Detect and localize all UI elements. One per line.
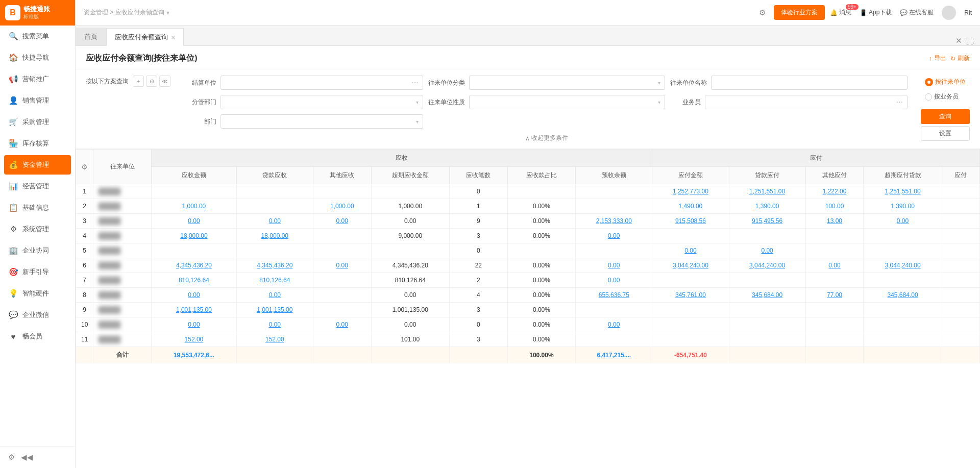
ar-amount[interactable]: 0.00: [152, 288, 237, 303]
settings-footer-icon[interactable]: ⚙: [8, 453, 15, 462]
ap-amount[interactable]: [652, 303, 729, 317]
ar-prepay[interactable]: 655,636.75: [576, 288, 652, 303]
ap-loan[interactable]: 0.00: [729, 243, 805, 258]
add-scheme-btn[interactable]: +: [133, 76, 144, 87]
ap-amount[interactable]: [652, 273, 729, 288]
ap-other[interactable]: [805, 243, 864, 258]
query-btn[interactable]: 查询: [921, 109, 970, 124]
ap-amount[interactable]: [652, 332, 729, 347]
ap-loan[interactable]: [729, 229, 805, 243]
ar-loan[interactable]: 0.00: [236, 317, 313, 332]
ar-loan[interactable]: 1,001,135.00: [236, 303, 313, 317]
partner-name-input[interactable]: [711, 76, 908, 90]
ap-amount[interactable]: 345,761.00: [652, 288, 729, 303]
ap-amount[interactable]: 3,044,240.00: [652, 258, 729, 273]
sidebar-item-search-menu[interactable]: 🔍 搜索菜单: [0, 26, 75, 47]
ap-overdue[interactable]: [864, 317, 942, 332]
ar-loan[interactable]: 152.00: [236, 332, 313, 347]
ar-prepay[interactable]: [576, 184, 652, 199]
ar-amount[interactable]: 0.00: [152, 214, 237, 229]
export-btn[interactable]: ↑ 导出: [929, 54, 946, 63]
ar-prepay[interactable]: 0.00: [576, 258, 652, 273]
collapse-conditions-btn[interactable]: ∧ 收起更多条件: [525, 134, 568, 142]
ar-prepay[interactable]: 0.00: [576, 229, 652, 243]
scheme-option-partner[interactable]: 按往来单位: [921, 76, 970, 88]
ar-loan[interactable]: 4,345,436.20: [236, 258, 313, 273]
refresh-btn[interactable]: ↻ 刷新: [950, 54, 970, 63]
ap-loan[interactable]: 915,495.56: [729, 214, 805, 229]
scheme-option-salesperson[interactable]: 按业务员: [921, 90, 970, 103]
ar-other[interactable]: [313, 288, 371, 303]
sidebar-item-enterprise-collab[interactable]: 🏢 企业协同: [0, 240, 75, 261]
ap-amount[interactable]: 915,508.56: [652, 214, 729, 229]
ar-other[interactable]: 0.00: [313, 317, 371, 332]
expand-icon[interactable]: ⛶: [966, 37, 974, 45]
ar-amount[interactable]: 810,126.64: [152, 273, 237, 288]
ap-loan[interactable]: [729, 273, 805, 288]
ap-amount[interactable]: 1,252,773.00: [652, 184, 729, 199]
ar-prepay[interactable]: 0.00: [576, 317, 652, 332]
ar-prepay[interactable]: [576, 199, 652, 214]
sidebar-item-marketing[interactable]: 📢 营销推广: [0, 68, 75, 90]
ap-other[interactable]: 1,222.00: [805, 184, 864, 199]
ap-overdue[interactable]: [864, 229, 942, 243]
notice-btn[interactable]: 🔔 消息 99+: [830, 8, 851, 17]
ap-overdue[interactable]: [864, 243, 942, 258]
sidebar-item-sales[interactable]: 👤 销售管理: [0, 90, 75, 111]
ar-other[interactable]: [313, 332, 371, 347]
ar-prepay[interactable]: [576, 303, 652, 317]
footer-ar-prepay-cell[interactable]: 6,417,215....: [576, 347, 652, 363]
setting-btn[interactable]: 设置: [921, 126, 970, 141]
trial-btn[interactable]: 体验行业方案: [774, 5, 825, 20]
ar-amount[interactable]: [152, 243, 237, 258]
sidebar-item-enterprise-wechat[interactable]: 💬 企业微信: [0, 304, 75, 326]
ap-overdue[interactable]: [864, 332, 942, 347]
ar-prepay[interactable]: [576, 332, 652, 347]
ap-loan[interactable]: [729, 303, 805, 317]
ar-amount[interactable]: 1,001,135.00: [152, 303, 237, 317]
ar-loan[interactable]: 18,000.00: [236, 229, 313, 243]
ap-loan[interactable]: 1,251,551.00: [729, 184, 805, 199]
sidebar-item-finance[interactable]: 💰 资金管理: [4, 155, 71, 175]
ap-amount[interactable]: [652, 317, 729, 332]
sidebar-item-basic-info[interactable]: 📋 基础信息: [0, 197, 75, 218]
ar-other[interactable]: 0.00: [313, 214, 371, 229]
ar-loan[interactable]: [236, 199, 313, 214]
ar-loan[interactable]: 0.00: [236, 214, 313, 229]
ap-other[interactable]: 0.00: [805, 258, 864, 273]
ap-overdue[interactable]: [864, 273, 942, 288]
ar-loan[interactable]: 810,126.64: [236, 273, 313, 288]
sidebar-item-smart-hw[interactable]: 💡 智能硬件: [0, 283, 75, 304]
ap-other[interactable]: 13.00: [805, 214, 864, 229]
ap-other[interactable]: [805, 303, 864, 317]
ap-loan[interactable]: [729, 317, 805, 332]
ar-loan[interactable]: 0.00: [236, 288, 313, 303]
ar-other[interactable]: [313, 243, 371, 258]
tab-close-icon[interactable]: ✕: [171, 35, 175, 40]
ar-amount[interactable]: [152, 184, 237, 199]
ar-amount[interactable]: 4,345,436.20: [152, 258, 237, 273]
ar-other[interactable]: [313, 229, 371, 243]
ar-other[interactable]: [313, 303, 371, 317]
sidebar-item-vip[interactable]: ♥ 畅会员: [0, 326, 75, 347]
col-settings-header[interactable]: ⚙: [76, 150, 93, 184]
settlement-unit-input[interactable]: ···: [220, 76, 423, 90]
sidebar-item-quick-nav[interactable]: 🏠 快捷导航: [0, 47, 75, 68]
ap-overdue[interactable]: 3,044,240.00: [864, 258, 942, 273]
sidebar-item-operations[interactable]: 📊 经营管理: [0, 176, 75, 197]
ar-other[interactable]: [313, 184, 371, 199]
ap-loan[interactable]: 3,044,240.00: [729, 258, 805, 273]
tab-arbal[interactable]: 应收应付余额查询 ✕: [106, 28, 184, 46]
ap-overdue[interactable]: 345,684.00: [864, 288, 942, 303]
ap-other[interactable]: [805, 273, 864, 288]
ar-other[interactable]: [313, 273, 371, 288]
online-service-btn[interactable]: 💬 在线客服: [900, 8, 934, 17]
ar-other[interactable]: 1,000.00: [313, 199, 371, 214]
sidebar-item-purchase[interactable]: 🛒 采购管理: [0, 111, 75, 133]
ap-overdue[interactable]: [864, 303, 942, 317]
tab-home[interactable]: 首页: [76, 28, 106, 45]
ap-overdue[interactable]: 1,390.00: [864, 199, 942, 214]
sidebar-item-inventory[interactable]: 🏪 库存核算: [0, 133, 75, 154]
partner-category-input[interactable]: ▾: [469, 76, 666, 90]
ap-amount[interactable]: [652, 229, 729, 243]
